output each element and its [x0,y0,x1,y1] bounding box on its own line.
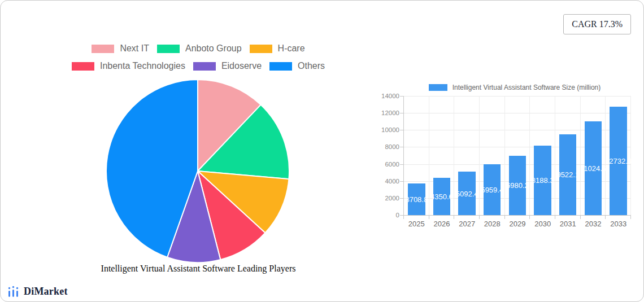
x-axis-tick [529,216,530,219]
bar-column-2033: 12732.42033 [606,96,631,215]
report-card: CAGR 17.3% Next ITAnboto GroupH-careInbe… [0,0,644,302]
legend-label: H-care [278,43,305,54]
bar-column-2025: 3708.82025 [404,96,429,215]
pie-legend-item-others[interactable]: Others [269,61,325,71]
x-axis-tick [454,216,454,219]
bar-2030: 8188.3 [534,146,551,215]
bar-2029: 6980.2 [509,156,526,215]
bar-value-label: 5092.4 [456,189,478,198]
x-axis-tick [555,216,555,219]
pie-chart [105,78,290,264]
bar-2025: 3708.8 [408,183,425,215]
bar-legend-label: Intelligent Virtual Assistant Software S… [452,84,601,91]
legend-label: Anboto Group [185,43,242,54]
bar-value-label: 3708.8 [405,195,428,204]
dimarket-logo: DiMarket [7,286,68,297]
bar-2028: 5959.4 [484,164,501,215]
bar-column-2031: 9522.12031 [555,96,581,215]
x-axis-label: 2028 [480,220,505,228]
y-axis-label: 10000 [370,126,399,133]
bar-value-label: 6980.2 [506,181,529,190]
y-axis-label: 14000 [370,93,399,99]
bar-column-2030: 8188.32030 [530,96,555,215]
bar-2033: 12732.4 [610,107,626,215]
pie-legend-row: Inbenta TechnologiesEidoserveOthers [18,61,379,71]
pie-chart-title: Intelligent Virtual Assistant Software L… [1,264,396,274]
legend-color-swatch [72,62,94,71]
y-axis-tick [400,96,403,97]
x-axis-label: 2030 [530,220,555,228]
y-axis-label: 0 [370,212,399,218]
x-axis-tick [605,216,606,219]
y-axis-label: 6000 [370,161,399,168]
pie-legend-item-h-care[interactable]: H-care [250,43,305,54]
bar-value-label: 5959.4 [481,186,503,194]
pie-legend-item-next-it[interactable]: Next IT [92,43,149,54]
bar-value-label: 12732.4 [605,157,632,165]
bar-2026: 4350.6 [433,178,450,215]
bar-column-2027: 5092.42027 [454,96,480,215]
legend-label: Next IT [120,43,149,54]
y-axis-tick [400,130,403,130]
cagr-badge: CAGR 17.3% [563,14,631,34]
bar-plot: 020004000600080001000012000140003708.820… [403,96,631,216]
logo-text: DiMarket [24,286,68,297]
legend-color-swatch [92,45,114,53]
bar-2027: 5092.4 [458,172,475,215]
x-axis-label: 2032 [581,220,606,228]
x-axis-label: 2025 [404,220,429,228]
bar-legend[interactable]: Intelligent Virtual Assistant Software S… [390,84,639,91]
bar-value-label: 8188.3 [532,176,554,185]
bar-column-2032: 11024.62032 [581,96,606,215]
legend-color-swatch [193,62,216,71]
bar-column-2028: 5959.42028 [480,96,505,215]
y-axis-label: 2000 [370,195,399,202]
pie-legend-item-anboto-group[interactable]: Anboto Group [157,43,242,54]
legend-color-swatch [269,62,292,71]
pie-legend-item-eidoserve[interactable]: Eidoserve [193,61,262,71]
x-axis-tick [403,216,404,219]
bar-value-label: 9522.1 [556,170,579,179]
x-axis-label: 2031 [555,220,581,228]
bar-chart-logo-icon [7,286,21,297]
x-axis-tick [580,216,581,219]
x-axis-label: 2027 [454,220,480,228]
x-axis-tick [630,216,631,219]
y-axis-label: 4000 [370,178,399,185]
y-axis-label: 12000 [370,110,399,116]
y-axis-tick [400,198,403,199]
legend-color-swatch [250,45,272,53]
legend-color-swatch [157,45,180,53]
pie-svg [105,78,290,264]
x-axis-label: 2029 [505,220,530,228]
x-axis-label: 2026 [429,220,455,228]
x-axis-tick [479,216,480,219]
y-axis-tick [400,147,403,147]
y-axis-tick [400,181,403,182]
x-axis-tick [504,216,505,219]
legend-label: Others [298,61,325,71]
y-axis-label: 8000 [370,143,399,150]
bar-value-label: 4350.6 [430,192,453,201]
y-axis-tick [400,164,403,165]
y-axis-tick [400,113,403,113]
legend-label: Inbenta Technologies [100,61,185,71]
pie-legend-item-inbenta-technologies[interactable]: Inbenta Technologies [72,61,185,71]
x-axis-label: 2033 [606,220,631,228]
bar-column-2026: 4350.62026 [429,96,455,215]
bar-legend-swatch [429,84,447,91]
bar-2032: 11024.6 [585,121,602,215]
x-axis-tick [429,216,429,219]
pie-legend: Next ITAnboto GroupH-careInbenta Technol… [18,43,379,78]
pie-legend-row: Next ITAnboto GroupH-care [18,43,379,54]
bar-column-2029: 6980.22029 [505,96,530,215]
bar-2031: 9522.1 [559,134,576,216]
legend-label: Eidoserve [221,61,262,71]
bar-value-label: 11024.6 [580,164,606,172]
